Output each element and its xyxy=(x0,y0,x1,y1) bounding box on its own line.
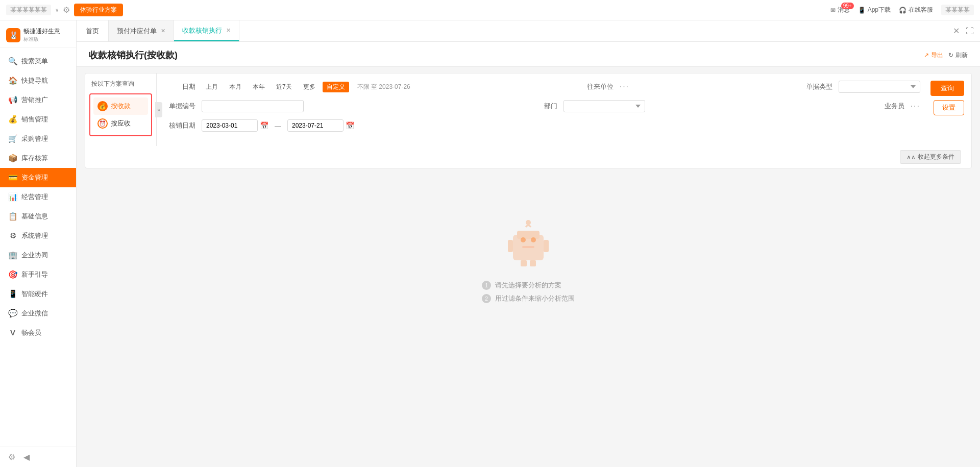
date-btn-custom[interactable]: 自定义 xyxy=(323,82,349,92)
sidebar-item-wechat[interactable]: 💬 企业微信 xyxy=(0,304,76,323)
member-icon: V xyxy=(8,328,17,337)
sidebar-item-system[interactable]: ⚙ 系统管理 xyxy=(0,226,76,245)
doc-type-select[interactable] xyxy=(839,81,920,93)
refresh-button[interactable]: ↻ 刷新 xyxy=(948,51,968,60)
verify-date-from-input[interactable] xyxy=(202,119,258,132)
message-badge: 99+ xyxy=(841,3,854,9)
filter-collapse-button[interactable]: » xyxy=(155,102,162,117)
filter-option-receivable-label: 按应收 xyxy=(111,119,131,128)
date-btn-this-year[interactable]: 本年 xyxy=(249,82,269,92)
home-icon: 🏠 xyxy=(8,76,17,85)
svg-point-3 xyxy=(531,237,536,242)
export-button[interactable]: ↗ 导出 xyxy=(924,51,943,60)
tab-home-label: 首页 xyxy=(86,27,99,36)
tab-collect-close[interactable]: ✕ xyxy=(226,27,231,34)
app-icon: 📱 xyxy=(858,7,866,14)
collapse-icon[interactable]: ◀ xyxy=(23,452,30,462)
cal-to-icon[interactable]: 📅 xyxy=(346,121,354,130)
tab-bar: 首页 预付冲应付单 ✕ 收款核销执行 ✕ ✕ ⛶ xyxy=(77,20,980,42)
tip-num-2: 2 xyxy=(482,294,491,303)
query-button[interactable]: 查询 xyxy=(930,81,964,96)
wechat-icon: 💬 xyxy=(8,309,17,318)
sidebar-item-marketing[interactable]: 📢 营销推广 xyxy=(0,90,76,110)
filter-options-box: 💰 按收款 ⏰ 按应收 xyxy=(89,93,152,136)
svg-rect-8 xyxy=(530,260,536,266)
message-button[interactable]: ✉ 消息 99+ xyxy=(830,6,850,14)
filter-row-3: 核销日期 📅 — 📅 xyxy=(167,119,920,132)
sidebar-item-sales-label: 销售管理 xyxy=(21,115,48,124)
sidebar-item-purchase[interactable]: 🛒 采购管理 xyxy=(0,129,76,149)
tab-prepay-label: 预付冲应付单 xyxy=(117,27,157,36)
sales-icon: 💰 xyxy=(8,115,17,124)
tab-prepay-close[interactable]: ✕ xyxy=(161,28,165,34)
top-bar-right: ✉ 消息 99+ 📱 App下载 🎧 在线客服 某某某某 xyxy=(830,5,974,15)
cal-from-icon[interactable]: 📅 xyxy=(260,121,268,130)
sidebar-item-finance[interactable]: 💳 资金管理 xyxy=(0,168,76,187)
tab-home[interactable]: 首页 xyxy=(77,20,109,41)
app-download-button[interactable]: 📱 App下载 xyxy=(858,6,891,14)
empty-illustration xyxy=(498,209,559,271)
search-icon: 🔍 xyxy=(8,57,17,66)
sidebar-item-shortcuts[interactable]: 🏠 快捷导航 xyxy=(0,71,76,90)
more-conditions-button[interactable]: ∧∧ 收起更多条件 xyxy=(900,150,961,164)
system-icon: ⚙ xyxy=(8,231,17,240)
company-name[interactable]: 某某某某某某 xyxy=(6,5,51,15)
counterpart-dots[interactable]: ··· xyxy=(620,82,629,91)
export-label: 导出 xyxy=(931,51,943,60)
finance-icon: 💳 xyxy=(8,173,17,182)
sidebar-item-finance-label: 资金管理 xyxy=(21,173,48,182)
industry-button[interactable]: 体验行业方案 xyxy=(74,4,123,16)
filter-sidebar-title: 按以下方案查询 xyxy=(89,80,152,88)
sidebar-item-guide-label: 新手引导 xyxy=(21,270,48,279)
filter-option-by-receivable[interactable]: ⏰ 按应收 xyxy=(93,115,148,132)
svg-rect-6 xyxy=(544,240,549,252)
tab-maximize-icon[interactable]: ⛶ xyxy=(964,24,976,38)
tip-text-1: 请先选择要分析的方案 xyxy=(495,281,561,290)
filter-fields: 日期 上月 本月 本年 近7天 更多 自定义 不限 至 2023-07-26 xyxy=(157,73,930,146)
user-name[interactable]: 某某某某 xyxy=(941,5,974,15)
sidebar-item-search[interactable]: 🔍 搜索菜单 xyxy=(0,52,76,71)
chevron-icon[interactable]: ∨ xyxy=(55,7,59,13)
date-btn-last-month[interactable]: 上月 xyxy=(202,82,222,92)
dept-select[interactable] xyxy=(564,100,645,112)
tip-text-2: 用过滤条件来缩小分析范围 xyxy=(495,294,575,303)
empty-state: 1 请先选择要分析的方案 2 用过滤条件来缩小分析范围 xyxy=(77,168,980,344)
purchase-icon: 🛒 xyxy=(8,134,17,143)
sidebar-item-marketing-label: 营销推广 xyxy=(21,95,48,105)
sidebar-item-guide[interactable]: 🎯 新手引导 xyxy=(0,265,76,284)
verify-date-to-input[interactable] xyxy=(287,119,344,132)
tab-prepay[interactable]: 预付冲应付单 ✕ xyxy=(109,20,174,41)
sidebar-item-basic[interactable]: 📋 基础信息 xyxy=(0,207,76,226)
page-content: 收款核销执行(按收款) ↗ 导出 ↻ 刷新 按以 xyxy=(77,42,980,467)
doc-number-input[interactable] xyxy=(202,100,304,112)
filter-option-by-receipt[interactable]: 💰 按收款 xyxy=(93,97,148,115)
service-icon: 🎧 xyxy=(899,7,906,14)
filter-actions: 查询 设置 xyxy=(930,73,971,146)
tab-close-all-icon[interactable]: ✕ xyxy=(951,24,962,38)
gear-icon[interactable]: ⚙ xyxy=(63,5,70,15)
operation-icon: 📊 xyxy=(8,192,17,202)
sidebar-item-sales[interactable]: 💰 销售管理 xyxy=(0,110,76,129)
sidebar-item-enterprise[interactable]: 🏢 企业协同 xyxy=(0,245,76,265)
online-service-button[interactable]: 🎧 在线客服 xyxy=(899,6,933,14)
date-btn-more[interactable]: 更多 xyxy=(299,82,320,92)
hardware-icon: 📱 xyxy=(8,289,17,299)
tab-collect[interactable]: 收款核销执行 ✕ xyxy=(174,20,239,41)
staff-dots[interactable]: ··· xyxy=(911,102,920,111)
filter-layout: 按以下方案查询 💰 按收款 ⏰ 按应收 » xyxy=(85,73,971,146)
sidebar-item-member[interactable]: V 畅会员 xyxy=(0,323,76,342)
sidebar-logo: 🐰 畅捷通好生意 标准版 xyxy=(0,20,76,47)
sidebar-item-purchase-label: 采购管理 xyxy=(21,134,48,143)
sidebar-item-inventory[interactable]: 📦 库存核算 xyxy=(0,149,76,168)
sidebar-nav: 🔍 搜索菜单 🏠 快捷导航 📢 营销推广 💰 销售管理 🛒 采购管理 📦 xyxy=(0,47,76,447)
empty-tips: 1 请先选择要分析的方案 2 用过滤条件来缩小分析范围 xyxy=(482,281,575,303)
setting-button[interactable]: 设置 xyxy=(934,100,964,115)
sidebar-item-hardware[interactable]: 📱 智能硬件 xyxy=(0,284,76,304)
date-btn-7days[interactable]: 近7天 xyxy=(272,82,296,92)
sidebar-bottom: ⚙ ◀ xyxy=(0,447,76,467)
sidebar-item-operation[interactable]: 📊 经营管理 xyxy=(0,187,76,207)
settings-icon[interactable]: ⚙ xyxy=(8,452,15,462)
main-layout: 🐰 畅捷通好生意 标准版 🔍 搜索菜单 🏠 快捷导航 📢 营销推广 💰 销售管理 xyxy=(0,20,980,467)
date-btn-this-month[interactable]: 本月 xyxy=(225,82,246,92)
top-bar-left: 某某某某某某 ∨ ⚙ 体验行业方案 xyxy=(6,4,825,16)
